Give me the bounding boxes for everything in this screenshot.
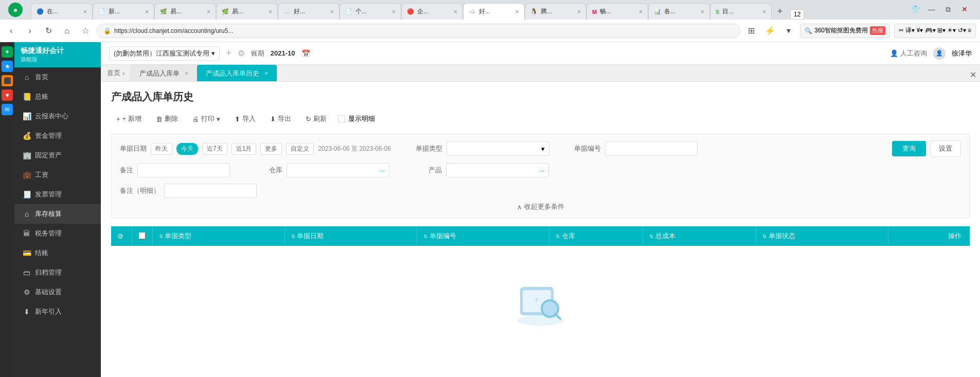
note-detail-input[interactable] (164, 184, 257, 198)
th-checkbox[interactable] (132, 226, 152, 246)
new-tab-button[interactable]: + (772, 3, 788, 20)
tab-close-5[interactable]: × (330, 8, 334, 15)
page-tab-doc-list[interactable]: 产成品入库单 × (131, 65, 197, 81)
settings-filter-button[interactable]: 设置 (930, 140, 961, 157)
sidebar-item-home[interactable]: ⌂ 首页 (14, 67, 101, 87)
user-avatar[interactable]: 👤 (933, 47, 946, 60)
tab-close-12[interactable]: × (762, 8, 766, 15)
sidebar-item-more[interactable]: ⬇ 新年引入 (14, 302, 101, 321)
bookmark-button[interactable]: ☆ (78, 24, 93, 38)
sidebar-item-inventory[interactable]: ⌂ 库存核算 (14, 204, 101, 224)
1month-button[interactable]: 近1月 (231, 143, 257, 155)
7days-button[interactable]: 近7天 (202, 143, 227, 155)
dropdown-button[interactable]: ▾ (781, 24, 796, 38)
grid-icon[interactable]: ⊞ (744, 24, 759, 38)
tab-1[interactable]: 🔵 在... × (31, 3, 93, 20)
tab-close-1[interactable]: × (83, 8, 87, 15)
refresh-button[interactable]: ↻ (41, 24, 56, 38)
service-button[interactable]: 👤 人工咨询 (890, 49, 927, 58)
tab-close-7[interactable]: × (454, 8, 457, 15)
sidebar-item-tax[interactable]: 🏛 税务管理 (14, 224, 101, 243)
minimize-button[interactable]: — (924, 2, 939, 16)
app-icon-orange[interactable]: ⬛ (2, 75, 13, 86)
tab-10[interactable]: M 畅... × (586, 3, 648, 20)
query-button[interactable]: 查询 (892, 141, 926, 156)
tab-close-9[interactable]: × (577, 8, 581, 15)
address-input-bar[interactable]: 🔒 https://cloud.chanjet.com/accounting/u… (97, 24, 740, 38)
th-doc-number[interactable]: ⇅ 单据编号 (417, 226, 549, 246)
sidebar-item-fixed-assets[interactable]: 🏢 固定资产 (14, 146, 101, 165)
doc-number-input[interactable] (605, 141, 698, 156)
sidebar-item-funds[interactable]: 💰 资金管理 (14, 126, 101, 146)
note-input[interactable] (137, 163, 230, 177)
tab-4[interactable]: 🌿 易... × (216, 3, 278, 20)
page-tab-history[interactable]: 产成品入库单历史 × (197, 65, 277, 81)
search-bar[interactable]: 🔍 360智能抠图免费用 热搜 (800, 24, 890, 38)
page-tab-doc-list-close[interactable]: × (185, 70, 188, 77)
sidebar-item-archive[interactable]: 🗃 归档管理 (14, 263, 101, 282)
warehouse-select[interactable]: ··· (287, 163, 389, 177)
calendar-icon[interactable]: 📅 (301, 49, 310, 58)
yesterday-button[interactable]: 昨天 (151, 143, 172, 155)
breadcrumb-home[interactable]: 首页 (107, 68, 120, 78)
today-button[interactable]: 今天 (176, 143, 198, 155)
tab-2[interactable]: 📄 新... × (93, 3, 154, 20)
add-company-button[interactable]: + (226, 48, 231, 59)
app-icon-mail[interactable]: ✉ (2, 104, 13, 115)
shirt-icon[interactable]: 👕 (908, 2, 922, 16)
tab-6[interactable]: 📄 个... × (340, 3, 401, 20)
custom-date-button[interactable]: 自定义 (286, 143, 314, 155)
th-doc-type[interactable]: ⇅ 单据类型 (152, 226, 284, 246)
th-warehouse[interactable]: ⇅ 仓库 (549, 226, 643, 246)
tab-close-2[interactable]: × (145, 8, 149, 15)
th-settings[interactable]: ⚙ (111, 226, 132, 246)
show-col-checkbox[interactable] (338, 115, 345, 122)
tab-close-6[interactable]: × (392, 8, 396, 15)
tab-close-10[interactable]: × (639, 8, 643, 15)
sidebar-item-checkout[interactable]: 💳 结账 (14, 243, 101, 263)
tab-5[interactable]: ☁️ 好... × (278, 3, 340, 20)
more-date-button[interactable]: 更多 (260, 143, 282, 155)
app-icon-main[interactable]: ✦ (2, 46, 13, 58)
tab-counter-badge[interactable]: 12 (790, 9, 804, 20)
tab-8[interactable]: ☁️ 好... × (463, 3, 525, 20)
refresh-button[interactable]: ↻ 刷新 (300, 112, 332, 125)
scissors-tool[interactable]: ✂ 译▾ ¥▾ 🎮▾ ⊞▾ ☀▾ ↺▾ ≡ (894, 24, 976, 38)
product-select[interactable]: ··· (446, 163, 549, 177)
delete-button[interactable]: 🗑 删除 (151, 112, 183, 125)
tab-close-3[interactable]: × (207, 8, 210, 15)
sidebar-item-invoice[interactable]: 🧾 发票管理 (14, 185, 101, 204)
tab-7[interactable]: 🔴 企... × (401, 3, 463, 20)
close-button[interactable]: ✕ (957, 2, 972, 16)
forward-button[interactable]: › (23, 24, 37, 38)
select-all-checkbox[interactable] (138, 232, 146, 239)
doc-type-select[interactable]: ▾ (447, 141, 549, 156)
tab-12[interactable]: S 目... × (710, 3, 772, 20)
tab-11[interactable]: 📊 各... × (648, 3, 710, 20)
company-selector[interactable]: (勿删勿禁用）江西服宝测试专用 ▾ (109, 46, 220, 61)
tab-9[interactable]: 🐧 腾... × (525, 3, 586, 20)
app-icon-blue[interactable]: ★ (2, 61, 13, 72)
sidebar-item-reports[interactable]: 📊 云报表中心 (14, 106, 101, 126)
lightning-icon[interactable]: ⚡ (763, 24, 777, 38)
browser-logo[interactable]: ● (8, 3, 23, 17)
tab-close-8[interactable]: × (515, 8, 519, 15)
tab-close-4[interactable]: × (269, 8, 272, 15)
tab-close-11[interactable]: × (701, 8, 704, 15)
th-total-cost[interactable]: ⇅ 总成本 (643, 226, 756, 246)
collapse-button[interactable]: ∧ 收起更多条件 (120, 198, 961, 211)
import-button[interactable]: ⬆ 导入 (229, 112, 261, 125)
back-button[interactable]: ‹ (4, 24, 19, 38)
new-button[interactable]: + + 新增 (111, 112, 147, 125)
th-doc-date[interactable]: ⇅ 单据日期 (284, 226, 417, 246)
th-doc-status[interactable]: ⇅ 单据状态 (756, 226, 888, 246)
settings-gear-button[interactable]: ⚙ (238, 48, 245, 58)
tab-3[interactable]: 🌿 易... × (154, 3, 216, 20)
page-tab-history-close[interactable]: × (264, 70, 268, 77)
home-button[interactable]: ⌂ (60, 24, 74, 38)
restore-button[interactable]: ⧉ (941, 2, 955, 16)
sidebar-item-payroll[interactable]: 💼 工资 (14, 165, 101, 185)
export-button[interactable]: ⬇ 导出 (265, 112, 296, 125)
print-button[interactable]: 🖨 打印 ▾ (187, 112, 225, 125)
app-icon-social[interactable]: ♥ (2, 89, 13, 101)
